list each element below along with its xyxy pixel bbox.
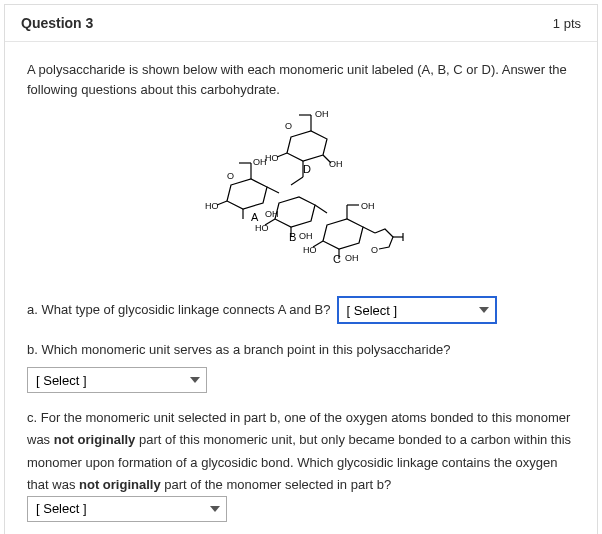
part-b-select[interactable]: [ Select ] bbox=[27, 367, 207, 393]
part-c-bold-2: not originally bbox=[79, 477, 161, 492]
part-c-text-3: part of the monomer selected in part b? bbox=[161, 477, 392, 492]
part-b: b. Which monomeric unit serves as a bran… bbox=[27, 338, 575, 393]
part-a-select[interactable]: [ Select ] bbox=[337, 296, 497, 324]
part-c-bold-1: not originally bbox=[54, 432, 136, 447]
label-o: O bbox=[227, 171, 234, 181]
svg-line-13 bbox=[315, 205, 327, 213]
part-b-text: b. Which monomeric unit serves as a bran… bbox=[27, 338, 575, 361]
question-header: Question 3 1 pts bbox=[5, 5, 597, 42]
label-oh: OH bbox=[345, 253, 359, 263]
label-oh: OH bbox=[329, 159, 343, 169]
label-C: C bbox=[333, 253, 341, 265]
molecule-figure: OH O HO D OH OH O HO A OH HO B OH OH bbox=[27, 107, 575, 282]
question-title: Question 3 bbox=[21, 15, 93, 31]
question-body: A polysaccharide is shown below with eac… bbox=[5, 42, 597, 534]
label-ho: HO bbox=[205, 201, 219, 211]
label-oh: OH bbox=[265, 209, 279, 219]
svg-line-8 bbox=[217, 201, 227, 205]
label-o: O bbox=[371, 245, 378, 255]
label-ho: HO bbox=[303, 245, 317, 255]
part-a-text: a. What type of glycosidic linkage conne… bbox=[27, 298, 331, 321]
label-o: O bbox=[285, 121, 292, 131]
polysaccharide-diagram: OH O HO D OH OH O HO A OH HO B OH OH bbox=[171, 107, 431, 279]
label-oh: OH bbox=[315, 109, 329, 119]
part-c: c. For the monomeric unit selected in pa… bbox=[27, 407, 575, 521]
svg-line-10 bbox=[267, 187, 279, 193]
question-card: Question 3 1 pts A polysaccharide is sho… bbox=[4, 4, 598, 534]
part-c-select[interactable]: [ Select ] bbox=[27, 496, 227, 522]
label-oh: OH bbox=[299, 231, 313, 241]
part-a: a. What type of glycosidic linkage conne… bbox=[27, 296, 575, 324]
question-prompt: A polysaccharide is shown below with eac… bbox=[27, 60, 575, 99]
label-ho: HO bbox=[265, 153, 279, 163]
label-oh: OH bbox=[361, 201, 375, 211]
svg-line-5 bbox=[291, 177, 303, 185]
label-D: D bbox=[303, 163, 311, 175]
svg-line-18 bbox=[363, 227, 375, 233]
label-oh: OH bbox=[253, 157, 267, 167]
label-ho: HO bbox=[255, 223, 269, 233]
label-B: B bbox=[289, 231, 296, 243]
label-A: A bbox=[251, 211, 259, 223]
question-points: 1 pts bbox=[553, 16, 581, 31]
svg-line-2 bbox=[277, 153, 287, 157]
